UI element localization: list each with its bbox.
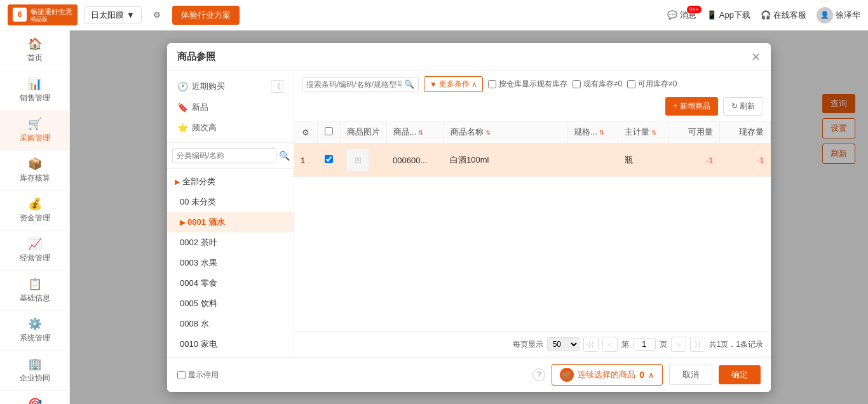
help-icon[interactable]: ? <box>532 368 545 381</box>
clock-icon: 🕐 <box>177 81 188 91</box>
tree-arrow-icon: ▶ <box>175 178 180 186</box>
sort-code-icon: ⇅ <box>418 129 423 136</box>
settings-icon[interactable]: ⚙ <box>148 6 166 24</box>
sidebar-item-newbie[interactable]: 🎯新手引导 <box>0 391 69 404</box>
page-label: 页 <box>660 339 667 350</box>
product-reference-modal: 商品参照 ✕ 🕐 近期购买 《 � <box>167 43 771 392</box>
product-search-input[interactable] <box>306 80 402 89</box>
sidebar-item-basic[interactable]: 📋基础信息 <box>0 271 69 311</box>
app-download-nav[interactable]: 📱 App下载 <box>707 10 750 21</box>
td-check[interactable] <box>317 144 340 177</box>
messages-nav[interactable]: 💬 消息 99+ <box>667 10 696 21</box>
product-table: ⚙ 商品图片 商品... ⇅ <box>294 121 771 177</box>
th-check <box>317 121 340 144</box>
sidebar-item-enterprise[interactable]: 🏢企业协同 <box>0 351 69 391</box>
add-product-button[interactable]: + 新增商品 <box>665 97 717 116</box>
tree-item-cat00[interactable]: 00 未分类 <box>167 192 294 212</box>
cancel-button[interactable]: 取消 <box>669 365 712 385</box>
newbie-icon: 🎯 <box>28 397 42 404</box>
tab-frequent[interactable]: ⭐ 频次高 <box>172 118 288 137</box>
top-nav: 6 畅捷通好生意 精品版 日太阳膜 ▼ ⚙ 体验行业方案 💬 消息 99+ 📱 … <box>0 0 868 30</box>
row-checkbox[interactable] <box>325 155 333 163</box>
sidebar: 🏠首页📊销售管理🛒采购管理📦库存核算💰资金管理📈经营管理📋基础信息⚙️系统管理🏢… <box>0 30 70 404</box>
checkbox-warehouse[interactable]: 按仓库显示现有库存 <box>488 79 567 90</box>
sort-spec-icon: ⇅ <box>599 129 604 136</box>
sidebar-item-inventory[interactable]: 📦库存核算 <box>0 151 69 191</box>
td-code: 000600... <box>386 144 444 177</box>
cart-indicator[interactable]: 🛒 连续选择的商品 0 ∧ <box>552 364 663 386</box>
filter-more-button[interactable]: ▼ 更多条件 ∧ <box>424 76 483 92</box>
th-stock: 现存量 <box>720 121 771 144</box>
sidebar-item-sales[interactable]: 📊销售管理 <box>0 71 69 111</box>
th-spec[interactable]: 规格... ⇅ <box>567 121 618 144</box>
tab-new[interactable]: 🔖 新品 <box>172 98 288 117</box>
nonzero-stock-checkbox[interactable] <box>573 80 581 88</box>
sidebar-item-business[interactable]: 📈经营管理 <box>0 231 69 271</box>
footer-right: ? 🛒 连续选择的商品 0 ∧ 取消 确定 <box>532 364 761 386</box>
modal-footer: 显示停用 ? 🛒 连续选择的商品 0 ∧ 取消 确定 <box>167 357 771 392</box>
enterprise-icon: 🏢 <box>28 357 42 371</box>
modal-overlay: 商品参照 ✕ 🕐 近期购买 《 � <box>70 30 868 404</box>
table-row[interactable]: 1 图 000600... 白酒100ml 瓶 <box>294 144 771 177</box>
tree-item-cat0005[interactable]: 0005 饮料 <box>167 293 294 314</box>
show-disabled-label[interactable]: 显示停用 <box>177 370 219 380</box>
page-word: 第 <box>621 339 629 350</box>
confirm-button[interactable]: 确定 <box>719 365 761 384</box>
sort-unit-icon: ⇅ <box>651 129 656 136</box>
th-code[interactable]: 商品... ⇅ <box>386 121 444 144</box>
tree-arrow-0001-icon: ▶ <box>180 219 185 227</box>
tree-item-cat0010[interactable]: 0010 家电 <box>167 334 294 354</box>
first-page-button[interactable]: ⟨⟨ <box>583 337 599 352</box>
category-search-input[interactable] <box>172 148 276 163</box>
sidebar-item-finance[interactable]: 💰资金管理 <box>0 191 69 231</box>
td-name: 白酒100ml <box>444 144 567 177</box>
category-search: 🔍 <box>167 143 294 169</box>
collapse-cart-icon[interactable]: ∧ <box>648 370 654 380</box>
tenant-selector[interactable]: 日太阳膜 ▼ <box>84 6 142 24</box>
select-all-checkbox[interactable] <box>325 127 333 135</box>
th-name[interactable]: 商品名称 ⇅ <box>444 121 567 144</box>
th-avail: 可用量 <box>669 121 720 144</box>
last-page-button[interactable]: ⟩⟩ <box>690 337 705 352</box>
sales-icon: 📊 <box>28 77 42 91</box>
left-panel: 🕐 近期购买 《 🔖 新品 ⭐ 频次高 <box>167 71 294 357</box>
online-service-nav[interactable]: 🎧 在线客服 <box>761 10 806 21</box>
sidebar-item-system[interactable]: ⚙️系统管理 <box>0 311 69 351</box>
tab-recent[interactable]: 🕐 近期购买 《 <box>172 76 288 97</box>
checkbox-nonzero-stock[interactable]: 现有库存≠0 <box>573 79 622 90</box>
sidebar-label-business: 经营管理 <box>20 253 50 264</box>
user-menu[interactable]: 👤 徐泽华 <box>817 7 860 24</box>
modal-close-button[interactable]: ✕ <box>751 51 761 63</box>
next-page-button[interactable]: ＞ <box>671 337 686 352</box>
tree-item-cat0008[interactable]: 0008 水 <box>167 314 294 334</box>
warehouse-checkbox[interactable] <box>488 80 496 88</box>
nonzero-avail-checkbox[interactable] <box>627 80 635 88</box>
page-size-select[interactable]: 50 10 20 100 <box>547 337 580 351</box>
headset-icon: 🎧 <box>761 10 771 20</box>
prev-page-button[interactable]: ＜ <box>602 337 618 352</box>
tree-item-all[interactable]: ▶ 全部分类 <box>167 172 294 192</box>
sidebar-label-home: 首页 <box>27 53 43 64</box>
tree-item-cat0003[interactable]: 0003 水果 <box>167 253 294 273</box>
sidebar-item-purchase[interactable]: 🛒采购管理 <box>0 111 69 151</box>
category-search-icon[interactable]: 🔍 <box>279 151 290 161</box>
product-search-icon[interactable]: 🔍 <box>404 79 414 89</box>
tree-item-cat0004[interactable]: 0004 零食 <box>167 273 294 293</box>
th-unit[interactable]: 主计量 ⇅ <box>618 121 669 144</box>
collapse-panel-button[interactable]: 《 <box>271 80 283 93</box>
sidebar-label-inventory: 库存核算 <box>20 173 50 184</box>
home-icon: 🏠 <box>28 37 42 51</box>
tree-item-cat0002[interactable]: 0002 茶叶 <box>167 232 294 253</box>
show-disabled-checkbox[interactable] <box>177 371 186 379</box>
page-number-input[interactable] <box>633 338 656 351</box>
sidebar-label-finance: 资金管理 <box>20 213 50 224</box>
refresh-table-button[interactable]: ↻ 刷新 <box>723 97 763 116</box>
left-tabs: 🕐 近期购买 《 🔖 新品 ⭐ 频次高 <box>167 71 294 143</box>
td-num: 1 <box>294 144 317 177</box>
sidebar-item-home[interactable]: 🏠首页 <box>0 30 69 71</box>
right-toolbar: 🔍 ▼ 更多条件 ∧ 按仓库显示现有库存 <box>294 71 771 121</box>
th-settings[interactable]: ⚙ <box>294 121 317 144</box>
checkbox-nonzero-avail[interactable]: 可用库存≠0 <box>627 79 677 90</box>
cta-button[interactable]: 体验行业方案 <box>172 6 240 25</box>
tree-item-cat0001[interactable]: ▶ 0001 酒水 <box>167 212 294 232</box>
